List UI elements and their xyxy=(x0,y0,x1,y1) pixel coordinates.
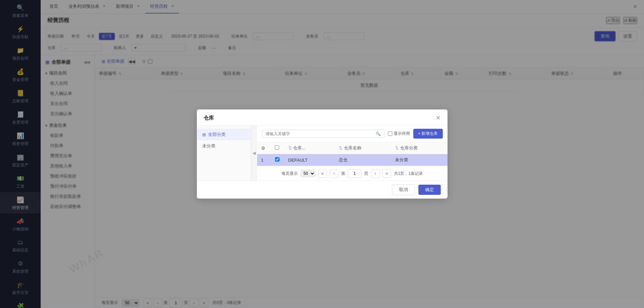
dialog-page-last-button[interactable]: » xyxy=(382,169,391,178)
category-all-label: 全部分类 xyxy=(208,131,226,138)
add-warehouse-button[interactable]: + 新增仓库 xyxy=(413,129,442,139)
dialog-page-first-button[interactable]: « xyxy=(318,169,327,178)
category-unclassified[interactable]: 未分类 xyxy=(197,140,251,152)
row-category: 未分类 xyxy=(391,154,447,166)
dialog-select-all-checkbox[interactable] xyxy=(275,145,279,150)
dialog-overlay: 仓库 ✕ ⊞ 全部分类 未分类 ◀ 🔍 xyxy=(0,0,644,308)
col-gear-icon: ⚙ xyxy=(261,146,265,151)
dialog-pagination: 每页显示 50 « ‹ 第 页 › » 共1页，1条记录 xyxy=(257,166,448,181)
col-select-all xyxy=(271,142,284,154)
dialog-page-text: 第 xyxy=(341,171,345,177)
dialog-toolbar: 🔍 显示停用 + 新增仓库 xyxy=(257,125,448,142)
dialog-table: ⚙ ⇅ 仓库... ⇅ xyxy=(257,142,448,166)
dialog-footer-buttons: 取消 确定 xyxy=(197,181,448,199)
dialog-page-prev-button[interactable]: ‹ xyxy=(330,169,338,178)
row-name: 总仓 xyxy=(335,154,391,166)
dialog-per-page-select[interactable]: 50 xyxy=(300,170,315,177)
sort-icon-cat: ⇅ xyxy=(395,145,399,150)
show-disabled-checkbox[interactable] xyxy=(388,131,392,136)
col-warehouse-code: ⇅ 仓库... xyxy=(284,142,335,154)
show-disabled-text: 显示停用 xyxy=(394,131,410,137)
dialog-search-box: 🔍 xyxy=(262,130,385,138)
dialog-title: 仓库 xyxy=(204,115,214,121)
col-gear: ⚙ xyxy=(257,142,271,154)
col-warehouse-category: ⇅ 仓库分类 xyxy=(391,142,447,154)
warehouse-dialog: 仓库 ✕ ⊞ 全部分类 未分类 ◀ 🔍 xyxy=(197,109,448,199)
row-code: DEFAULT xyxy=(284,154,335,166)
dialog-close-icon[interactable]: ✕ xyxy=(436,114,441,122)
dialog-per-page-label: 每页显示 xyxy=(282,171,298,177)
sort-icon-name: ⇅ xyxy=(339,145,342,150)
dialog-page-text-2: 页 xyxy=(364,171,368,177)
dialog-header: 仓库 ✕ xyxy=(197,109,448,125)
dialog-page-info: 共1页，1条记录 xyxy=(394,171,423,177)
dialog-table-wrap: ⚙ ⇅ 仓库... ⇅ xyxy=(257,142,448,166)
row-checkbox-cell xyxy=(271,154,284,166)
dialog-right-panel: 🔍 显示停用 + 新增仓库 ⚙ xyxy=(257,125,448,181)
search-icon: 🔍 xyxy=(376,131,381,136)
category-all[interactable]: ⊞ 全部分类 xyxy=(197,129,251,140)
sort-icon-code: ⇅ xyxy=(288,145,292,150)
dialog-page-input[interactable] xyxy=(348,169,361,178)
row-index: 1 xyxy=(257,154,271,166)
dialog-body: ⊞ 全部分类 未分类 ◀ 🔍 显示停用 xyxy=(197,125,448,181)
dialog-table-row[interactable]: 1 DEFAULT 总仓 未分类 xyxy=(257,154,448,166)
show-disabled-label[interactable]: 显示停用 xyxy=(388,131,410,137)
confirm-button[interactable]: 确定 xyxy=(418,185,441,195)
cancel-button[interactable]: 取消 xyxy=(392,184,415,195)
col-warehouse-name: ⇅ 仓库名称 xyxy=(335,142,391,154)
dialog-search-input[interactable] xyxy=(266,131,374,136)
grid-icon-2: ⊞ xyxy=(202,132,206,137)
dialog-page-next-button[interactable]: › xyxy=(371,169,380,178)
row-checkbox[interactable] xyxy=(275,157,279,162)
dialog-collapse-left[interactable]: ◀ xyxy=(251,125,257,181)
dialog-category-panel: ⊞ 全部分类 未分类 xyxy=(197,125,251,181)
